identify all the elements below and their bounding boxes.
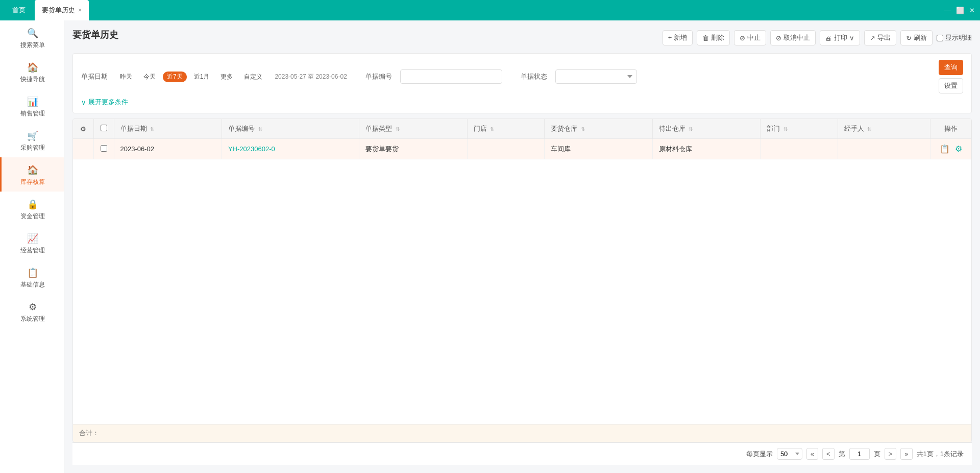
prev-page-button[interactable]: < [822, 448, 835, 460]
sidebar-item-base-info-label: 基础信息 [20, 280, 45, 289]
ops-mgmt-icon: 📈 [27, 233, 38, 244]
export-button[interactable]: ↗ 导出 [864, 30, 896, 45]
td-doc-no: YH-20230602-0 [222, 139, 359, 159]
content-area: 要货单历史 + 新增 🗑 删除 ⊘ 中止 ⊘ 取消中止 🖨 [64, 20, 980, 473]
doc-no-link[interactable]: YH-20230602-0 [228, 145, 275, 153]
sidebar-item-ops-mgmt-label: 经营管理 [20, 246, 45, 255]
date-btn-custom[interactable]: 自定义 [240, 72, 266, 82]
delete-button[interactable]: 🗑 删除 [697, 30, 730, 45]
sidebar-item-ops-mgmt[interactable]: 📈 经营管理 [0, 226, 64, 260]
display-toggle-checkbox[interactable] [937, 35, 943, 41]
th-doc-date-label: 单据日期 [120, 125, 147, 132]
th-doc-date[interactable]: 单据日期 ⇅ [114, 119, 222, 139]
cancel-stop-button-label: 取消中止 [783, 33, 810, 42]
td-num [93, 139, 114, 159]
cancel-stop-button[interactable]: ⊘ 取消中止 [770, 30, 816, 45]
tab-close-icon[interactable]: × [78, 7, 82, 14]
td-req-warehouse: 车间库 [545, 139, 652, 159]
sidebar-item-purchase-mgmt[interactable]: 🛒 采购管理 [0, 123, 64, 157]
doc-no-input[interactable] [400, 69, 502, 84]
sidebar-item-sys-mgmt[interactable]: ⚙ 系统管理 [0, 294, 64, 328]
table-container: ⚙ 单据日期 ⇅ 单据编号 ⇅ 单据类型 [72, 119, 972, 442]
th-doc-type[interactable]: 单据类型 ⇅ [359, 119, 467, 139]
next-page-button[interactable]: > [885, 448, 897, 460]
th-handler[interactable]: 经手人 ⇅ [838, 119, 930, 139]
sidebar-item-base-info[interactable]: 📋 基础信息 [0, 260, 64, 294]
sidebar-item-fund-mgmt[interactable]: 🔒 资金管理 [0, 192, 64, 226]
window-close-icon[interactable]: ✕ [969, 7, 975, 14]
date-btn-yesterday[interactable]: 昨天 [116, 72, 136, 82]
td-doc-type: 要货单要货 [359, 139, 467, 159]
refresh-button[interactable]: ↻ 刷新 [900, 30, 933, 45]
th-handler-label: 经手人 [844, 125, 864, 132]
table-row: 2023-06-02 YH-20230602-0 要货单要货 车间库 原材料仓库 [73, 139, 971, 159]
th-checkbox [93, 119, 114, 139]
th-dept[interactable]: 部门 ⇅ [761, 119, 838, 139]
minimize-icon[interactable]: — [944, 7, 951, 14]
expand-more[interactable]: ∨ 展开更多条件 [81, 98, 963, 107]
tab-home[interactable]: 首页 [5, 0, 33, 20]
sidebar-item-sales-mgmt-label: 销售管理 [20, 109, 45, 118]
select-all-checkbox[interactable] [101, 125, 107, 131]
display-toggle[interactable]: 显示明细 [937, 33, 972, 42]
td-store [467, 139, 544, 159]
sort-dept-icon: ⇅ [783, 126, 788, 132]
th-doc-type-label: 单据类型 [365, 125, 392, 132]
settings-button[interactable]: 设置 [939, 78, 963, 93]
th-settings[interactable]: ⚙ [73, 119, 93, 139]
date-btn-today[interactable]: 今天 [139, 72, 160, 82]
sort-dest-warehouse-icon: ⇅ [689, 126, 693, 132]
th-dest-warehouse[interactable]: 待出仓库 ⇅ [652, 119, 760, 139]
sidebar-item-sales-mgmt[interactable]: 📊 销售管理 [0, 89, 64, 123]
page-label-pre: 第 [839, 450, 845, 459]
quick-nav-icon: 🏠 [27, 62, 38, 73]
date-btn-recent1m[interactable]: 近1月 [190, 72, 214, 82]
sys-mgmt-icon: ⚙ [29, 301, 37, 313]
per-page-label: 每页显示 [746, 450, 773, 459]
detail-icon[interactable]: ⚙ [954, 143, 963, 155]
date-range-display: 2023-05-27 至 2023-06-02 [275, 73, 347, 81]
sidebar-item-fund-mgmt-label: 资金管理 [20, 212, 45, 221]
edit-icon[interactable]: 📋 [939, 143, 951, 155]
date-btn-recent7[interactable]: 近7天 [163, 72, 187, 82]
last-page-button[interactable]: » [900, 448, 912, 460]
th-action: 操作 [930, 119, 971, 139]
row-checkbox[interactable] [101, 145, 107, 152]
table-header-row: ⚙ 单据日期 ⇅ 单据编号 ⇅ 单据类型 [73, 119, 971, 139]
th-doc-no[interactable]: 单据编号 ⇅ [222, 119, 359, 139]
page-label-post: 页 [874, 450, 880, 459]
fund-mgmt-icon: 🔒 [27, 199, 38, 210]
maximize-icon[interactable]: ⬜ [956, 7, 964, 14]
per-page-select[interactable]: 50 20 100 [777, 448, 802, 460]
top-nav-right: — ⬜ ✕ [944, 7, 975, 14]
td-action: 📋 ⚙ [930, 139, 971, 159]
query-button-label: 查询 [944, 63, 958, 72]
tab-requisition-history[interactable]: 要货单历史 × [35, 0, 89, 20]
sidebar-item-inventory-calc[interactable]: 🏠 库存核算 [0, 157, 64, 192]
settings-button-label: 设置 [944, 81, 958, 90]
sort-req-warehouse-icon: ⇅ [581, 126, 585, 132]
sidebar-item-search-menu[interactable]: 🔍 搜索菜单 [0, 20, 64, 55]
table-footer: 合计： [73, 424, 971, 442]
sidebar-item-quick-nav[interactable]: 🏠 快捷导航 [0, 55, 64, 89]
new-button[interactable]: + 新增 [663, 30, 693, 45]
sales-mgmt-icon: 📊 [27, 96, 38, 107]
first-page-button[interactable]: « [806, 448, 818, 460]
cancel-stop-icon: ⊘ [776, 34, 781, 42]
filter-row-1: 单据日期 昨天 今天 近7天 近1月 更多 自定义 2023-05-27 至 2… [81, 60, 963, 93]
sidebar-item-search-menu-label: 搜索菜单 [20, 41, 45, 50]
th-store[interactable]: 门店 ⇅ [467, 119, 544, 139]
th-req-warehouse[interactable]: 要货仓库 ⇅ [545, 119, 652, 139]
th-req-warehouse-label: 要货仓库 [551, 125, 577, 132]
new-button-label: + 新增 [668, 33, 687, 42]
main-layout: 🔍 搜索菜单 🏠 快捷导航 📊 销售管理 🛒 采购管理 🏠 库存核算 🔒 资金管… [0, 20, 980, 473]
page-input[interactable] [849, 448, 870, 460]
stop-button[interactable]: ⊘ 中止 [734, 30, 766, 45]
query-button[interactable]: 查询 [939, 60, 963, 75]
status-select[interactable] [555, 69, 637, 84]
print-button-label: 打印 [834, 33, 847, 42]
th-dept-label: 部门 [767, 125, 780, 132]
date-btn-more[interactable]: 更多 [216, 72, 237, 82]
print-button[interactable]: 🖨 打印 ∨ [820, 30, 860, 45]
export-icon: ↗ [870, 34, 875, 42]
